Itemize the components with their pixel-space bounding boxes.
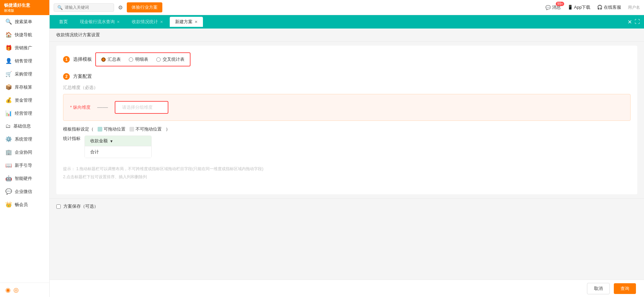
tab-receipt-stats[interactable]: 收款情况统计✕ [126, 17, 168, 27]
sidebar-icon-system: ⚙️ [5, 136, 12, 142]
sidebar-item-quick-nav[interactable]: 🏠快捷导航 [0, 28, 49, 41]
draggable-label: 可拖动位置 [104, 126, 125, 132]
logo-version: 标准版 [4, 8, 30, 13]
sidebar-item-wechat[interactable]: 💬企业微信 [0, 185, 49, 198]
sidebar-item-operations[interactable]: 📊经营管理 [0, 107, 49, 120]
stats-section-label: 统计指标 [63, 136, 80, 142]
step2-num: 2 [63, 73, 70, 80]
sidebar-item-inventory[interactable]: 📦库存核算 [0, 81, 49, 94]
radio-detail-input[interactable] [129, 57, 133, 62]
sidebar-item-purchase[interactable]: 🛒采购管理 [0, 67, 49, 81]
step1-title: 选择模板 [73, 56, 92, 62]
sidebar-icon-quick-nav: 🏠 [5, 32, 12, 38]
indicator-grid: 收款金额 ▾ 合计 [85, 136, 152, 158]
sidebar-label-system: 系统管理 [15, 136, 32, 142]
sidebar-bottom: ◉ ◎ [0, 283, 49, 297]
save-checkbox[interactable] [56, 204, 61, 209]
indicator-label-row: 模板指标设定（ 可拖动位置 不可拖动位置 ） [63, 126, 631, 132]
sidebar-icon-finance: 💰 [5, 97, 12, 103]
sidebar-label-smart-hw: 智能硬件 [15, 176, 32, 182]
tab-close-new-plan[interactable]: ✕ [195, 20, 198, 24]
sidebar-item-beginner[interactable]: 📖新手引导 [0, 159, 49, 172]
dimension-label: 汇总维度（必选） [63, 85, 631, 91]
tab-label-bank-flow: 现金银行流水查询 [80, 19, 115, 25]
dim-select[interactable]: 请选择分组维度 [115, 101, 168, 114]
settings-icon[interactable]: ⚙ [118, 4, 123, 11]
close-window-icon[interactable]: ✕ [628, 19, 632, 25]
tips-section: 提示： 1.拖动标题栏可以调整布局，不可跨维度或指标区域拖动栏目字段(只能在同一… [63, 165, 631, 181]
legend-non-draggable: 不可拖动位置 [129, 126, 162, 132]
sidebar-item-system[interactable]: ⚙️系统管理 [0, 133, 49, 146]
section-label-col: 统计指标 [63, 136, 80, 158]
sidebar-label-member: 畅会员 [15, 202, 28, 208]
sidebar-icon-search-menu: 🔍 [5, 18, 12, 25]
sidebar-label-sales: 销售管理 [15, 58, 32, 64]
non-draggable-label: 不可拖动位置 [136, 126, 162, 132]
sidebar-label-basic-info: 基础信息 [13, 123, 31, 129]
radio-detail[interactable]: 明细表 [129, 56, 148, 62]
industry-btn[interactable]: 体验行业方案 [127, 2, 162, 12]
sidebar-bottom-icon2: ◎ [13, 286, 19, 294]
radio-cross-label: 交叉统计表 [163, 56, 184, 62]
tab-home[interactable]: 首页 [54, 17, 73, 27]
tip-2: 2.点击标题栏下拉可设置排序、插入列和删除列 [63, 173, 631, 181]
app-download-link[interactable]: 📱 App下载 [568, 4, 590, 10]
message-icon: 💬 [545, 5, 551, 10]
sidebar-item-search-menu[interactable]: 🔍搜索菜单 [0, 15, 49, 28]
tab-label-new-plan: 新建方案 [175, 19, 193, 25]
sidebar-item-member[interactable]: 👑畅会员 [0, 198, 49, 211]
maximize-icon[interactable]: ⛶ [635, 19, 640, 25]
sidebar-label-finance: 资金管理 [15, 97, 32, 103]
indicator-col-header[interactable]: 收款金额 ▾ [85, 136, 151, 146]
main-area: 🔍 ⚙ 体验行业方案 💬 消息 99+ 📱 App下载 🎧 在线客服 用户名 [50, 0, 644, 297]
sidebar-icon-inventory: 📦 [5, 84, 12, 90]
indicator-settings: 模板指标设定（ 可拖动位置 不可拖动位置 ） [63, 126, 631, 158]
sidebar-item-sales[interactable]: 👤销售管理 [0, 54, 49, 67]
sidebar-item-smart-hw[interactable]: 🤖智能硬件 [0, 172, 49, 185]
sidebar-icon-enterprise: 🏢 [5, 149, 12, 155]
cancel-button[interactable]: 取消 [587, 283, 610, 294]
sidebar-icon-sales: 👤 [5, 58, 12, 64]
tabbar: 首页现金银行流水查询✕收款情况统计✕新建方案✕ ✕ ⛶ [50, 15, 644, 29]
message-badge[interactable]: 💬 消息 99+ [545, 4, 561, 10]
save-label: 方案保存（可选） [63, 203, 98, 209]
sidebar-icon-operations: 📊 [5, 110, 12, 116]
radio-summary-input[interactable] [101, 57, 106, 62]
sidebar-item-enterprise[interactable]: 🏢企业协同 [0, 146, 49, 159]
main-card: 1 选择模板 汇总表 明细表 交叉统计表 [56, 46, 637, 194]
step1-header: 1 选择模板 汇总表 明细表 交叉统计表 [63, 52, 631, 66]
headset-icon: 🎧 [597, 5, 602, 10]
sidebar-icon-beginner: 📖 [5, 162, 12, 168]
col-header-dropdown-icon[interactable]: ▾ [110, 139, 113, 144]
sidebar-label-purchase: 采购管理 [15, 71, 32, 77]
tab-close-receipt-stats[interactable]: ✕ [160, 20, 163, 24]
indicator-table-area: 统计指标 收款金额 ▾ 合计 [63, 136, 631, 158]
search-input[interactable] [65, 5, 105, 10]
sidebar-item-finance[interactable]: 💰资金管理 [0, 94, 49, 107]
tab-close-bank-flow[interactable]: ✕ [117, 20, 120, 24]
col-header-label: 收款金额 [90, 138, 108, 144]
sidebar-label-quick-nav: 快捷导航 [15, 32, 32, 38]
tab-bank-flow[interactable]: 现金银行流水查询✕ [74, 17, 125, 27]
user-info[interactable]: 用户名 [628, 5, 640, 10]
radio-cross-input[interactable] [156, 57, 161, 62]
tab-label-home: 首页 [59, 19, 68, 25]
sidebar-item-basic-info[interactable]: 🗂基础信息 [0, 120, 49, 133]
sidebar-icon-purchase: 🛒 [5, 71, 12, 77]
topbar-right: 💬 消息 99+ 📱 App下载 🎧 在线客服 用户名 [545, 4, 640, 10]
sidebar-item-marketing[interactable]: 🎁营销推广 [0, 41, 49, 54]
radio-cross[interactable]: 交叉统计表 [156, 56, 184, 62]
sidebar-label-operations: 经营管理 [15, 110, 32, 116]
radio-summary[interactable]: 汇总表 [101, 56, 121, 62]
online-support-link[interactable]: 🎧 在线客服 [597, 4, 621, 10]
search-box[interactable]: 🔍 [54, 3, 114, 12]
radio-summary-label: 汇总表 [108, 56, 121, 62]
sidebar-label-beginner: 新手引导 [15, 162, 32, 168]
tab-new-plan[interactable]: 新建方案✕ [170, 17, 203, 27]
step2-title: 方案配置 [73, 73, 92, 80]
logo-text: 畅捷通好生意 [4, 2, 30, 8]
sidebar-logo: 畅捷通好生意 标准版 [0, 0, 49, 15]
non-draggable-box [129, 127, 134, 132]
query-button[interactable]: 查询 [614, 283, 636, 294]
indicator-row-total: 合计 [85, 146, 151, 158]
